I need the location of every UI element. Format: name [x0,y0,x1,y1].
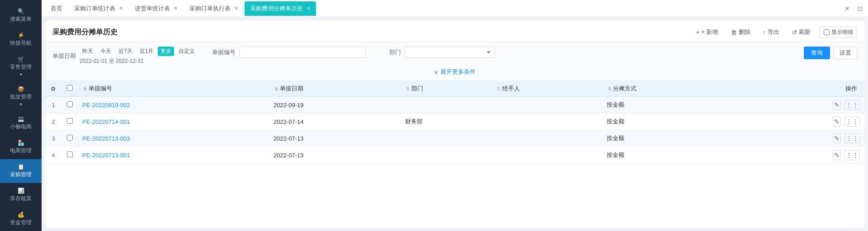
sidebar-item-retail[interactable]: 🛒 零售管理 ▾ [0,52,42,81]
sidebar-item-finance[interactable]: 💰 资金管理 [0,207,42,231]
shortcut-yesterday[interactable]: 昨天 [80,47,96,56]
th-date: ⇅ 单据日期 [269,81,401,97]
row-checkbox-4 [61,147,78,164]
sort-method-icon: ⇅ [608,86,611,91]
row-handler-1 [491,97,602,113]
docnum-filter-group: 单据编号 [212,47,366,58]
finance-icon: 💰 [18,212,24,218]
table-area: ⚙ ⇅ 单据编号 ⇅ 单据日期 [45,81,864,227]
export-button[interactable]: ↑ 导出 [760,26,783,38]
tab-close-purchase-execution[interactable]: ✕ [234,5,238,11]
row-handler-4 [491,147,602,164]
close-all-tabs-button[interactable]: ✕ [843,4,852,13]
row-delete-icon-2[interactable]: ⋮⋮ [844,117,860,127]
row-handler-2 [491,113,602,130]
quicknav-icon: ⚡ [18,32,24,38]
sidebar: 🔍 搜索菜单 ⚡ 快捷导航 🛒 零售管理 ▾ 📦 批发管理 ▾ 💻 小畅电商 🏪… [0,0,42,231]
sidebar-item-inventory[interactable]: 📊 库存核算 [0,183,42,207]
dept-select[interactable]: 财务部 [405,47,495,58]
row-method-4: 按金额 [602,147,828,164]
filter-main-row: 单据日期 昨天 今天 近7天 近1月 更多 自定义 2022-01-01 至 2… [52,47,857,65]
row-edit-icon-4[interactable]: ✎ [833,150,841,160]
row-dept-2: 财务部 [401,113,491,130]
search-button[interactable]: 查询 [804,47,830,59]
add-button[interactable]: + + 新增 [693,26,722,38]
row-delete-icon-1[interactable]: ⋮⋮ [844,100,860,110]
doc-num-link-1[interactable]: PE-20220919-002 [82,102,130,108]
filter-right: 查询 设置 [804,47,857,59]
docnum-filter-label: 单据编号 [212,48,236,57]
sidebar-item-wholesale[interactable]: 📦 批发管理 ▾ [0,81,42,111]
tab-close-goods-stats[interactable]: ✕ [174,5,178,11]
th-handler: ⇅ 经手人 [491,81,602,97]
date-shortcuts: 昨天 今天 近7天 近1月 更多 自定义 2022-01-01 至 2022-1… [80,47,198,65]
tab-purchase-execution[interactable]: 采购订单执行表 ✕ [184,1,244,16]
restore-window-button[interactable]: ⊡ [855,4,864,13]
refresh-icon: ↺ [792,29,797,36]
shortcut-7days[interactable]: 近7天 [116,47,135,56]
row-date-2: 2022-07-14 [269,113,401,130]
row-edit-icon-3[interactable]: ✎ [833,133,841,143]
sidebar-item-quicknav[interactable]: ⚡ 快捷导航 [0,28,42,52]
shortcut-more[interactable]: 更多 [158,47,174,56]
row-delete-icon-3[interactable]: ⋮⋮ [844,133,860,143]
row-check-3[interactable] [67,135,73,141]
docnum-input[interactable] [239,47,366,58]
th-doc-num: ⇅ 单据编号 [78,81,269,97]
row-actions-1: ✎ ⋮⋮ [828,97,864,113]
filter-left: 单据日期 昨天 今天 近7天 近1月 更多 自定义 2022-01-01 至 2… [52,47,804,65]
sidebar-item-ecommerce[interactable]: 🏪 电商管理 [0,135,42,159]
show-cols-button[interactable]: 显示明细 [820,27,857,38]
search-menu-icon: 🔍 [18,8,24,14]
date-filter-label: 单据日期 [52,52,76,60]
sidebar-item-ecommerce-small[interactable]: 💻 小畅电商 [0,111,42,135]
export-icon: ↑ [763,29,766,36]
row-check-4[interactable] [67,151,73,157]
doc-num-link-3[interactable]: PE-20220713-003 [82,135,130,142]
settings-icon[interactable]: ⚙ [51,85,56,92]
row-method-2: 按金额 [602,113,828,130]
ecommerce-small-icon: 💻 [18,116,24,122]
main-content: 首页 采购订单统计表 ✕ 进货单统计表 ✕ 采购订单执行表 ✕ 采购费用分摊单历… [42,0,868,231]
row-edit-icon-2[interactable]: ✎ [833,117,841,127]
page-title: 采购费用分摊单历史 [52,28,118,37]
tab-purchase-order-stats[interactable]: 采购订单统计表 ✕ [69,1,128,16]
row-date-3: 2022-07-13 [269,130,401,147]
table-header-row: ⚙ ⇅ 单据编号 ⇅ 单据日期 [45,81,864,97]
dept-filter-label: 部门 [389,48,401,57]
row-date-4: 2022-07-13 [269,147,401,164]
tab-close-purchase-order-stats[interactable]: ✕ [119,5,123,11]
dept-filter-group: 部门 财务部 [389,47,495,58]
row-check-2[interactable] [67,118,73,124]
filter-settings-button[interactable]: 设置 [834,47,857,59]
row-delete-icon-4[interactable]: ⋮⋮ [844,150,860,160]
refresh-button[interactable]: ↺ 刷新 [788,26,814,38]
row-dept-1 [401,97,491,113]
tab-purchase-cost-history[interactable]: 采购费用分摊单历史 ✕ [245,1,316,16]
tab-goods-stats[interactable]: 进货单统计表 ✕ [129,1,183,16]
shortcut-custom[interactable]: 自定义 [176,47,198,56]
shortcut-today[interactable]: 今天 [98,47,114,56]
row-handler-3 [491,130,602,147]
select-all-checkbox[interactable] [67,85,73,91]
doc-num-link-2[interactable]: PE-20220714-001 [82,118,130,125]
data-table: ⚙ ⇅ 单据编号 ⇅ 单据日期 [45,81,864,164]
shortcut-1month[interactable]: 近1月 [137,47,156,56]
tab-home[interactable]: 首页 [45,1,68,16]
procurement-icon: 📋 [18,164,24,170]
row-num-1: 1 [45,97,61,113]
sidebar-item-search[interactable]: 🔍 搜索菜单 [0,4,42,28]
expand-conditions-button[interactable]: ∨ 展开更多条件 [52,68,857,76]
filter-area: 单据日期 昨天 今天 近7天 近1月 更多 自定义 2022-01-01 至 2… [45,42,864,81]
row-date-1: 2022-09-19 [269,97,401,113]
sort-doc-num-icon: ⇅ [83,86,87,91]
show-cols-checkbox[interactable] [824,29,830,35]
tab-close-purchase-cost-history[interactable]: ✕ [307,5,311,11]
doc-num-link-4[interactable]: PE-20220713-001 [82,152,130,159]
delete-button[interactable]: 🗑 删除 [727,26,754,38]
sidebar-item-procurement[interactable]: 📋 采购管理 [0,159,42,183]
row-edit-icon-1[interactable]: ✎ [833,100,841,110]
expand-icon: ∨ [434,69,439,75]
row-check-1[interactable] [67,101,73,107]
row-checkbox-2 [61,113,78,130]
